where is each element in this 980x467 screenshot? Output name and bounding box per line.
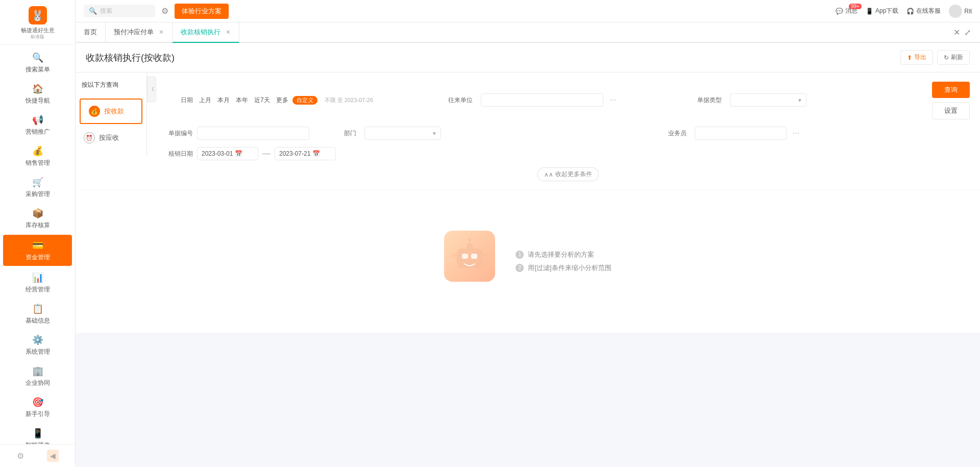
tab-bar: 首页 预付冲应付单 ✕ 收款核销执行 ✕ ✕ ⤢ [76, 22, 980, 43]
partner-dots[interactable]: ··· [607, 95, 618, 105]
date-more[interactable]: 更多 [274, 95, 290, 106]
filter-panel: 按以下方查询 💰 按收款 ⏰ 按应收 《 [76, 72, 980, 189]
doc-no-input[interactable] [197, 127, 309, 140]
tip1-text: 请先选择要分析的方案 [528, 248, 594, 261]
collapse-more-row: ∧∧ 收起更多条件 [166, 167, 970, 181]
search-box[interactable]: 🔍 搜索 [84, 5, 155, 17]
sidebar-item-inventory[interactable]: 📦 库存核算 [0, 203, 75, 234]
sidebar-item-operation[interactable]: 📊 经营管理 [0, 267, 75, 298]
doc-type-select-wrapper: ▼ [730, 93, 806, 107]
service-label: 在线客服 [916, 7, 941, 15]
collapse-sidebar-button[interactable]: 《 [147, 77, 156, 102]
date-this-year[interactable]: 本年 [234, 95, 250, 106]
sidebar-item-sales[interactable]: 💰 销售管理 [0, 140, 75, 171]
collapse-more-button[interactable]: ∧∧ 收起更多条件 [537, 167, 599, 181]
purchase-icon: 🛒 [32, 177, 43, 188]
svg-rect-7 [482, 254, 487, 257]
writeoff-date-range: 2023-03-01 📅 — 2023-07-21 📅 [197, 147, 336, 160]
filter-option-by-receivable[interactable]: ⏰ 按应收 [76, 128, 146, 148]
tip2-text: 用[过滤]条件来缩小分析范围 [528, 261, 611, 275]
user-menu[interactable]: Rit [949, 5, 972, 18]
date-last-month[interactable]: 上月 [197, 95, 213, 106]
date-sub-text: 不限 至 2023-07-26 [325, 96, 373, 104]
svg-rect-1 [462, 254, 468, 259]
tab-home[interactable]: 首页 [80, 22, 106, 42]
collapse-sidebar-icon[interactable]: ◀ [47, 450, 59, 462]
settings-footer-icon[interactable]: ⚙ [17, 451, 24, 461]
expand-window-icon[interactable]: ⤢ [964, 28, 971, 37]
operation-icon: 📊 [32, 272, 43, 283]
doc-type-label: 单据类型 [695, 96, 726, 105]
dept-select[interactable] [364, 127, 441, 140]
topbar-actions: 💬 消息 99+ 📱 App下载 🎧 在线客服 Rit [836, 5, 972, 18]
app-download-button[interactable]: 📱 App下载 [866, 7, 898, 15]
collapse-more-icon: ∧∧ [544, 171, 553, 178]
app-icon: 📱 [866, 8, 873, 15]
staff-label: 业务员 [660, 129, 691, 138]
svg-rect-3 [467, 243, 473, 250]
collection-tab-label: 收款核销执行 [181, 28, 220, 37]
filter-option-by-receipt[interactable]: 💰 按收款 [81, 102, 141, 121]
search-menu-icon: 🔍 [32, 52, 43, 63]
date-this-month[interactable]: 本月 [215, 95, 232, 106]
sidebar-item-smart-hw[interactable]: 📱 智能硬件 [0, 423, 75, 444]
finance-icon: 💳 [32, 240, 43, 251]
sidebar-item-label: 库存核算 [26, 221, 50, 230]
date-custom-badge[interactable]: 自定义 [292, 96, 317, 105]
search-placeholder: 搜索 [100, 7, 112, 15]
page-actions: ⬆ 导出 ↻ 刷新 [900, 50, 970, 72]
setting-button[interactable]: 设置 [932, 102, 970, 119]
export-label: 导出 [914, 53, 926, 62]
sidebar-item-finance[interactable]: 💳 资金管理 [3, 235, 72, 266]
sidebar-item-label: 经营管理 [26, 285, 50, 294]
close-prepay-tab-icon[interactable]: ✕ [159, 29, 164, 36]
query-button[interactable]: 查询 [932, 82, 970, 98]
writeoff-start-date[interactable]: 2023-03-01 📅 [197, 147, 258, 160]
sidebar-item-guide[interactable]: 🎯 新手引导 [0, 391, 75, 423]
staff-dots[interactable]: ··· [791, 129, 801, 138]
tip2-num: 2 [516, 264, 524, 272]
partner-input[interactable] [481, 93, 603, 107]
date-label: 日期 [166, 96, 197, 105]
sidebar-item-search-menu[interactable]: 🔍 搜索菜单 [0, 47, 75, 78]
sidebar-item-basic-info[interactable]: 📋 基础信息 [0, 298, 75, 329]
sidebar-item-marketing[interactable]: 📢 营销推广 [0, 109, 75, 140]
doc-type-select[interactable] [730, 93, 806, 107]
marketing-icon: 📢 [32, 114, 43, 126]
sidebar-item-enterprise[interactable]: 🏢 企业协同 [0, 360, 75, 391]
tab-collection[interactable]: 收款核销执行 ✕ [173, 22, 239, 43]
tab-prepay[interactable]: 预付冲应付单 ✕ [106, 22, 173, 42]
sidebar-logo: 🐰 畅捷通好生意 标准版 [0, 0, 75, 45]
by-receivable-label: 按应收 [99, 133, 119, 142]
sidebar-item-label: 销售管理 [26, 159, 50, 167]
app-label: App下载 [875, 7, 898, 15]
solution-button[interactable]: 体验行业方案 [175, 4, 229, 19]
sidebar-item-label: 新手引导 [26, 410, 50, 419]
message-button[interactable]: 💬 消息 99+ [836, 7, 857, 15]
writeoff-end-date[interactable]: 2023-07-21 📅 [275, 147, 336, 160]
export-button[interactable]: ⬆ 导出 [900, 50, 933, 65]
home-icon: 🏠 [32, 83, 43, 94]
tip1-num: 1 [516, 251, 524, 259]
settings-icon[interactable]: ⚙ [161, 6, 168, 16]
inventory-icon: 📦 [32, 208, 43, 219]
sidebar-item-purchase[interactable]: 🛒 采购管理 [0, 171, 75, 203]
system-icon: ⚙️ [32, 334, 43, 346]
staff-input[interactable] [695, 127, 787, 140]
sidebar-item-system[interactable]: ⚙️ 系统管理 [0, 329, 75, 360]
online-service-button[interactable]: 🎧 在线客服 [906, 7, 941, 15]
date-7days[interactable]: 近7天 [252, 95, 272, 106]
sales-icon: 💰 [32, 145, 43, 157]
sidebar-item-label: 资金管理 [26, 253, 50, 262]
filter-actions: 查询 设置 [932, 81, 970, 119]
message-badge: 99+ [849, 4, 862, 9]
sidebar-item-label: 营销推广 [26, 128, 50, 136]
sidebar-item-quick-nav[interactable]: 🏠 快捷导航 [0, 78, 75, 109]
writeoff-start-value: 2023-03-01 [202, 150, 233, 157]
sidebar: 🐰 畅捷通好生意 标准版 🔍 搜索菜单 🏠 快捷导航 📢 营销推广 💰 销售管理… [0, 0, 76, 467]
refresh-button[interactable]: ↻ 刷新 [937, 50, 970, 65]
close-window-icon[interactable]: ✕ [953, 28, 960, 37]
close-collection-tab-icon[interactable]: ✕ [226, 29, 231, 36]
sidebar-footer: ⚙ ◀ [0, 444, 75, 467]
refresh-label: 刷新 [951, 53, 963, 62]
